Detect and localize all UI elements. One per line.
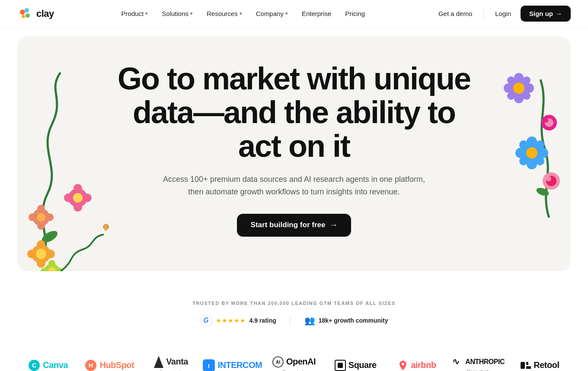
hero-subtitle: Access 100+ premium data sources and AI …	[108, 173, 480, 198]
community-text: 18k+ growth community	[319, 317, 388, 324]
square-icon	[335, 360, 346, 371]
svg-text:∿: ∿	[452, 357, 460, 366]
vanta-icon	[154, 356, 163, 368]
openai-icon: AI	[272, 356, 284, 368]
svg-point-17	[37, 213, 45, 222]
nav-solutions[interactable]: Solutions ▾	[156, 6, 199, 21]
svg-point-47	[515, 148, 526, 158]
logo-hubspot[interactable]: H HubSpot	[79, 351, 140, 371]
logo-vanta[interactable]: Vanta Case study	[140, 347, 201, 371]
svg-point-53	[526, 147, 537, 159]
svg-point-3	[26, 13, 30, 18]
svg-marker-62	[154, 356, 163, 368]
signup-button[interactable]: Sign up →	[521, 6, 571, 22]
logo-square[interactable]: Square	[325, 351, 386, 371]
start-building-button[interactable]: Start building for free →	[237, 214, 352, 237]
svg-text:I: I	[208, 363, 210, 369]
svg-point-44	[521, 142, 543, 164]
nav-resources[interactable]: Resources ▾	[201, 6, 248, 21]
svg-point-23	[73, 193, 83, 203]
airbnb-icon	[398, 360, 408, 371]
svg-point-56	[546, 176, 551, 181]
arrow-right-icon: →	[329, 221, 337, 230]
svg-point-52	[536, 157, 544, 165]
nav-product[interactable]: Product ▾	[115, 6, 154, 21]
chevron-down-icon: ▾	[145, 11, 148, 16]
g2-icon: G	[200, 314, 212, 327]
trust-badges: G ★★★★★ 4.9 rating 👥 18k+ growth communi…	[17, 314, 571, 327]
svg-rect-68	[338, 363, 343, 368]
svg-point-12	[32, 209, 50, 226]
svg-point-9	[27, 250, 36, 258]
svg-point-55	[546, 176, 556, 186]
svg-point-25	[48, 260, 55, 267]
logo-airbnb[interactable]: airbnb	[386, 351, 447, 371]
svg-text:C: C	[32, 362, 36, 369]
svg-point-15	[29, 213, 36, 221]
svg-point-41	[541, 115, 557, 130]
svg-point-2	[25, 8, 29, 13]
svg-point-5	[40, 228, 60, 244]
svg-point-45	[527, 136, 537, 147]
nav-pricing[interactable]: Pricing	[339, 6, 371, 21]
svg-point-29	[48, 267, 56, 271]
svg-point-10	[46, 250, 55, 258]
svg-text:H: H	[89, 362, 93, 369]
hubspot-icon: H	[85, 359, 97, 371]
rating-text: 4.9 rating	[249, 317, 276, 324]
svg-point-13	[37, 205, 45, 212]
svg-point-20	[74, 203, 82, 212]
canva-icon: C	[28, 359, 40, 371]
svg-point-51	[519, 157, 528, 165]
svg-point-11	[36, 249, 46, 259]
svg-rect-0	[17, 6, 33, 22]
svg-point-46	[527, 159, 537, 169]
logo-openai[interactable]: AI OpenAI Case study	[263, 348, 325, 371]
nav-links: Product ▾ Solutions ▾ Resources ▾ Compan…	[115, 6, 371, 21]
logo-intercom[interactable]: I INTERCOM	[202, 351, 263, 371]
nav-company[interactable]: Company ▾	[250, 6, 294, 21]
svg-point-42	[545, 118, 553, 127]
brand-name: clay	[36, 8, 54, 19]
svg-point-7	[37, 240, 45, 249]
svg-point-48	[538, 148, 548, 158]
trust-label: TRUSTED BY MORE THAN 200,000 LEADING GTM…	[17, 301, 571, 306]
svg-point-38	[507, 92, 515, 100]
logo-canva[interactable]: C Canva	[17, 351, 79, 371]
rating-badge: G ★★★★★ 4.9 rating	[200, 314, 276, 327]
community-badge: 👥 18k+ growth community	[304, 315, 388, 326]
svg-point-54	[543, 172, 560, 190]
star-rating: ★★★★★	[216, 317, 246, 324]
svg-point-43	[544, 118, 548, 123]
logo-anthropic[interactable]: ∿ ANTHROPIC Case study	[448, 348, 509, 371]
svg-point-49	[519, 140, 528, 149]
arrow-right-icon: →	[556, 10, 562, 17]
svg-point-37	[523, 76, 530, 84]
svg-point-50	[536, 140, 544, 149]
flowers-right-decoration	[484, 54, 571, 218]
intercom-icon: I	[203, 359, 215, 371]
svg-point-19	[74, 184, 82, 193]
svg-point-22	[83, 193, 92, 202]
svg-point-57	[535, 186, 550, 197]
navbar: clay Product ▾ Solutions ▾ Resources ▾ C…	[0, 0, 588, 28]
logo-retool[interactable]: Retool	[509, 352, 571, 371]
svg-point-39	[523, 92, 530, 100]
svg-point-18	[68, 188, 87, 207]
nav-enterprise[interactable]: Enterprise	[296, 6, 337, 21]
svg-point-1	[20, 10, 25, 15]
anthropic-icon: ∿	[452, 357, 463, 367]
retool-icon	[521, 360, 531, 371]
login-button[interactable]: Login	[489, 6, 517, 21]
svg-point-31	[508, 78, 529, 98]
svg-point-30	[104, 224, 108, 231]
get-demo-button[interactable]: Get a demo	[432, 6, 478, 21]
svg-point-34	[504, 83, 513, 93]
hero-content: Go to market with unique data—and the ab…	[108, 62, 480, 237]
svg-point-32	[514, 73, 524, 82]
logos-section: C Canva H HubSpot Vanta Case study I INT…	[0, 337, 588, 371]
logo[interactable]: clay	[17, 6, 54, 22]
svg-point-24	[44, 263, 60, 271]
svg-point-28	[56, 268, 63, 271]
svg-point-35	[524, 83, 534, 93]
